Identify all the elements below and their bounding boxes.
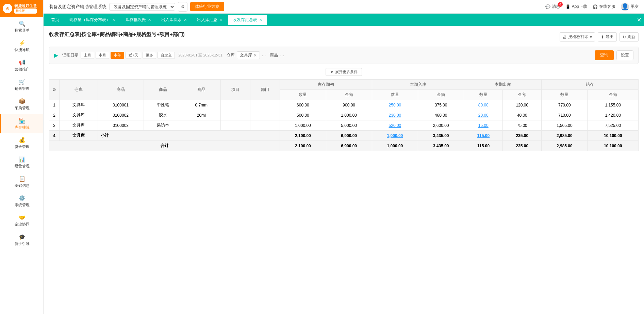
sidebar-item-newbie[interactable]: 🎓 新手引导 (0, 230, 43, 250)
total-open-qty: 2,100.00 (280, 141, 326, 151)
table-row: 2 文具库 0100002 胶水 20ml 500.00 1,000.00 23… (49, 110, 639, 120)
row-project (221, 120, 250, 131)
sidebar-item-enterprise[interactable]: 🤝 企业协同 (0, 211, 43, 230)
sidebar-item-marketing[interactable]: 📢 营销推广 (0, 56, 43, 75)
total-out-amt: 235.00 (503, 141, 542, 151)
row-project (221, 110, 250, 120)
row-close-qty: 770.00 (542, 100, 588, 110)
total-label: 合计 (49, 141, 280, 151)
expand-row: ▼ 展开更多条件 (49, 68, 639, 76)
goods-label: 商品 (270, 52, 278, 58)
tab-home[interactable]: 首页 (46, 15, 64, 25)
settings-button[interactable]: ⚙ (178, 2, 187, 12)
row-in-qty[interactable]: 520.00 (372, 120, 418, 131)
tab-label-flow: 出入库流水 (161, 17, 182, 23)
row-num: 1 (49, 100, 60, 110)
finance-icon: 💰 (19, 137, 26, 143)
tab-batch-ledger[interactable]: 库存批次账✕ (121, 15, 156, 25)
row-goods-name: 中性笔 (144, 100, 182, 110)
filter-collapse-button[interactable]: ▶ (54, 52, 58, 59)
online-service-label: 在线客服 (599, 4, 615, 10)
goods-more-button[interactable]: ··· (280, 53, 284, 58)
warehouse-tag[interactable]: 文具库 ✕ (237, 51, 260, 59)
warehouse-more-button[interactable]: ··· (262, 53, 266, 58)
date-filter-group: 记账日期 上月本月本年近7天更多自定义 2023-01-01 至 2023-12… (62, 52, 222, 59)
online-service-button[interactable]: 🎧 在线客服 (593, 4, 615, 10)
query-button[interactable]: 查询 (595, 50, 614, 60)
tab-close-flow[interactable]: ✕ (184, 18, 187, 22)
row-out-qty[interactable]: 80.00 (464, 100, 503, 110)
row-in-qty[interactable]: 230.00 (372, 110, 418, 120)
sidebar-item-purchase[interactable]: 📦 采购管理 (0, 95, 43, 114)
export-label: 导出 (606, 34, 614, 40)
warehouse-filter-group: 仓库 文具库 ✕ ··· (227, 51, 266, 59)
tab-recv-send[interactable]: 收发存汇总表✕ (228, 15, 267, 25)
tab-flow[interactable]: 出入库流水✕ (156, 15, 192, 25)
date-btn-近7天[interactable]: 近7天 (126, 52, 141, 59)
warehouse-label: 仓库 (227, 52, 235, 58)
row-project (221, 100, 250, 110)
row-goods-code: 0100002 (98, 110, 144, 120)
message-button[interactable]: 💬 消息 6 (545, 4, 560, 10)
close-all-tabs-button[interactable]: ✕ (637, 17, 641, 23)
date-btn-上月[interactable]: 上月 (81, 52, 94, 59)
sidebar-item-operation[interactable]: 📊 经营管理 (0, 153, 43, 172)
sidebar-item-search[interactable]: 🔍 搜索菜单 (0, 17, 43, 36)
col-out-amt: 金额 (503, 90, 542, 100)
col-close-amt: 金额 (588, 90, 639, 100)
table-settings-icon[interactable]: ⚙ (49, 80, 60, 100)
sidebar-item-sales[interactable]: 🛒 销售管理 (0, 75, 43, 95)
sales-icon: 🛒 (19, 79, 26, 85)
row-close-qty: 710.00 (542, 110, 588, 120)
user-menu[interactable]: 👤 用友 (621, 3, 639, 11)
subtotal-num: 4 (49, 131, 60, 141)
subtotal-open-qty: 2,100.00 (280, 131, 326, 141)
logo-text: 畅捷通好生意 标准版 (14, 3, 37, 14)
tab-label-batch-ledger: 库存批次账 (126, 17, 146, 23)
subtotal-out-qty: 115.00 (464, 131, 503, 141)
tab-summary[interactable]: 出入库汇总✕ (192, 15, 227, 25)
date-btn-自定义[interactable]: 自定义 (158, 52, 175, 59)
logo-icon: 6 (3, 4, 12, 13)
data-table: ⚙ 仓库 商品 商品 商品 项目 部门 库存期初 本期入库 本期出库 结存 数量… (49, 79, 639, 151)
enterprise-icon: 🤝 (19, 214, 26, 221)
row-in-qty[interactable]: 250.00 (372, 100, 418, 110)
print-template-button[interactable]: 🖨 按模板打印 ▾ (560, 32, 595, 42)
date-btn-本月[interactable]: 本月 (96, 52, 109, 59)
row-out-qty[interactable]: 15.00 (464, 120, 503, 131)
total-close-qty: 2,985.00 (542, 141, 588, 151)
filter-settings-button[interactable]: 设置 (616, 50, 633, 60)
refresh-label: 刷新 (627, 34, 635, 40)
total-row: 合计 2,100.00 6,900.00 1,000.00 3,435.00 1… (49, 141, 639, 151)
row-goods-spec (182, 120, 221, 131)
expand-conditions-button[interactable]: ▼ 展开更多条件 (326, 68, 362, 76)
tab-close-recv-send[interactable]: ✕ (259, 18, 262, 22)
system-title: 装备及固定资产辅助管理系统 (49, 4, 106, 10)
row-open-qty: 600.00 (280, 100, 326, 110)
sidebar-item-quick[interactable]: ⚡ 快捷导航 (0, 36, 43, 56)
tab-close-batch-ledger[interactable]: ✕ (148, 18, 151, 22)
app-download-button[interactable]: 📱 App下载 (565, 4, 587, 10)
print-label: 按模板打印 (568, 34, 589, 40)
filter-actions: 查询 设置 (595, 50, 633, 60)
sidebar-item-inventory[interactable]: 🏪 库存核算 (0, 114, 43, 133)
sidebar-item-finance[interactable]: 💰 资金管理 (0, 133, 43, 153)
tab-inventory-dist[interactable]: 现存量（库存分布表）✕ (65, 15, 120, 25)
expand-label: 展开更多条件 (335, 69, 358, 75)
sidebar-item-basic[interactable]: 📋 基础信息 (0, 172, 43, 192)
export-button[interactable]: ⬆ 导出 (598, 32, 617, 42)
quick-icon: ⚡ (19, 40, 26, 46)
trial-button[interactable]: 体验行业方案 (190, 2, 224, 11)
tab-close-summary[interactable]: ✕ (219, 18, 222, 22)
col-goods-code: 商品 (98, 80, 144, 100)
system-select[interactable]: 装备及固定资产辅助管理系统 (109, 3, 175, 11)
row-out-qty[interactable]: 20.00 (464, 110, 503, 120)
date-btn-更多[interactable]: 更多 (143, 52, 156, 59)
warehouse-tag-close[interactable]: ✕ (253, 53, 257, 58)
tab-close-inventory-dist[interactable]: ✕ (112, 18, 115, 22)
date-btn-本年[interactable]: 本年 (111, 52, 124, 59)
row-close-qty: 1,505.00 (542, 120, 588, 131)
system-icon: ⚙️ (19, 195, 26, 201)
sidebar-item-system[interactable]: ⚙️ 系统管理 (0, 192, 43, 211)
refresh-button[interactable]: ↻ 刷新 (620, 32, 639, 42)
